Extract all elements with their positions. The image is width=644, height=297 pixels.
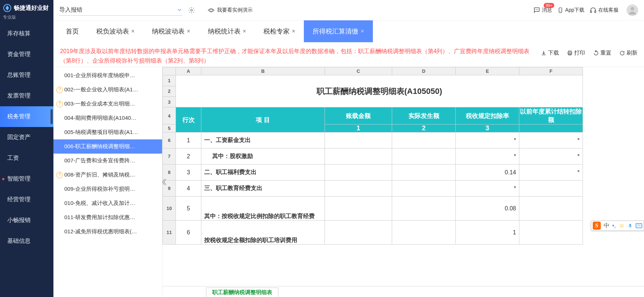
- cell[interactable]: [392, 221, 456, 245]
- cell[interactable]: 0.08: [456, 197, 519, 221]
- cell[interactable]: [392, 132, 456, 148]
- messages-button[interactable]: 消息 99+: [533, 7, 552, 14]
- col-header[interactable]: F: [519, 67, 583, 75]
- cell[interactable]: [325, 148, 392, 165]
- cell[interactable]: [392, 181, 456, 197]
- sidebar-item-10[interactable]: 基础信息: [0, 231, 53, 252]
- form-item-010[interactable]: 010-免税、减计收入及加计…: [53, 196, 162, 210]
- cell[interactable]: [325, 197, 392, 221]
- form-item-004[interactable]: 004-期间费用明细表(A1040…: [53, 111, 162, 125]
- tab-5[interactable]: 所得税汇算清缴×: [304, 20, 373, 42]
- avatar[interactable]: [627, 4, 638, 16]
- col-header[interactable]: E: [456, 67, 519, 75]
- cell[interactable]: *: [456, 181, 519, 197]
- download-button[interactable]: 下载: [541, 50, 559, 56]
- cell[interactable]: 按税收规定全额扣除的职工培训费用: [201, 221, 325, 245]
- ime-lang[interactable]: 中: [604, 222, 609, 230]
- cell[interactable]: 1: [176, 132, 201, 148]
- cell[interactable]: [519, 221, 583, 245]
- close-icon[interactable]: ×: [187, 28, 190, 35]
- form-item-012[interactable]: 012-减免所得税优惠明细表(…: [53, 225, 162, 239]
- ime-mic-icon[interactable]: [628, 222, 633, 229]
- ime-keyboard-icon[interactable]: [636, 223, 642, 228]
- form-item-011[interactable]: 011-研发费用加计扣除优惠…: [53, 210, 162, 225]
- ime-toolbar[interactable]: S 中 •, ☺: [591, 221, 644, 231]
- gear-icon[interactable]: [188, 7, 195, 14]
- row-header[interactable]: 1: [163, 75, 176, 86]
- import-field[interactable]: 导入报错: [59, 5, 183, 16]
- row-header[interactable]: 11: [163, 221, 176, 245]
- cell[interactable]: [392, 165, 456, 181]
- close-icon[interactable]: ×: [131, 28, 134, 35]
- cell[interactable]: 其中：股权激励: [201, 148, 325, 165]
- sidebar-item-8[interactable]: 经营管理: [0, 189, 53, 210]
- cell[interactable]: [519, 197, 583, 221]
- cell[interactable]: 5: [176, 197, 201, 221]
- sidebar-item-7[interactable]: 智能管理: [0, 169, 53, 189]
- cell[interactable]: *: [519, 165, 583, 181]
- cell[interactable]: [325, 221, 392, 245]
- row-header[interactable]: 3: [163, 96, 176, 107]
- sheet-table[interactable]: ABCDEF1职工薪酬纳税调整明细表(A105050)234行次项 目账载金额实…: [162, 67, 583, 245]
- sidebar-item-0[interactable]: 库存核算: [0, 23, 53, 44]
- cell[interactable]: 二、职工福利费支出: [201, 165, 325, 181]
- sidebar-item-3[interactable]: 发票管理: [0, 86, 53, 106]
- cell[interactable]: 三、职工教育经费支出: [201, 181, 325, 197]
- sidebar-item-1[interactable]: 资金管理: [0, 44, 53, 65]
- cell[interactable]: 其中：按税收规定比例扣除的职工教育经费: [201, 197, 325, 221]
- row-header[interactable]: 5: [163, 124, 176, 132]
- cell[interactable]: 0.14: [456, 165, 519, 181]
- tab-1[interactable]: 税负波动表×: [88, 20, 143, 42]
- sidebar-item-6[interactable]: 工资: [0, 148, 53, 169]
- tab-0[interactable]: 首页: [57, 20, 88, 42]
- cell[interactable]: 1: [456, 221, 519, 245]
- chevron-down-icon[interactable]: [176, 7, 183, 13]
- row-header[interactable]: 4: [163, 107, 176, 124]
- ime-punct-icon[interactable]: •,: [612, 222, 616, 229]
- col-header[interactable]: B: [201, 67, 325, 75]
- sidebar-item-2[interactable]: 总账管理: [0, 65, 53, 86]
- cell[interactable]: 一、工资薪金支出: [201, 132, 325, 148]
- form-item-002[interactable]: 002-一般企业收入明细表(A1…: [53, 83, 162, 97]
- collapse-icon[interactable]: [161, 178, 166, 186]
- sidebar-item-5[interactable]: 固定资产: [0, 127, 53, 148]
- cell[interactable]: 6: [176, 221, 201, 245]
- form-item-003[interactable]: 003-一般企业成本支出明细…: [53, 97, 162, 111]
- cell[interactable]: 4: [176, 181, 201, 197]
- cell[interactable]: [325, 181, 392, 197]
- row-header[interactable]: 2: [163, 86, 176, 96]
- cell[interactable]: *: [519, 132, 583, 148]
- cell[interactable]: *: [456, 132, 519, 148]
- sidebar-item-9[interactable]: 小畅报销: [0, 210, 53, 231]
- close-icon[interactable]: ×: [292, 28, 295, 35]
- form-item-005[interactable]: 005-纳税调整项目明细表(A1…: [53, 125, 162, 139]
- cell[interactable]: [325, 165, 392, 181]
- cell[interactable]: [392, 148, 456, 165]
- form-item-001[interactable]: 001-企业所得税年度纳税申…: [53, 68, 162, 83]
- ime-emoji-icon[interactable]: ☺: [619, 222, 625, 229]
- sidebar-item-4[interactable]: 税务管理: [0, 106, 53, 127]
- form-item-006[interactable]: 006-职工薪酬纳税调整明细…: [53, 139, 162, 154]
- tab-3[interactable]: 纳税统计表×: [199, 20, 255, 42]
- close-icon[interactable]: ×: [243, 28, 246, 35]
- demo-link[interactable]: 我要看实例演示: [208, 7, 253, 14]
- app-download-button[interactable]: App下载: [557, 7, 584, 14]
- reset-button[interactable]: 重置: [593, 50, 611, 56]
- sheet-tab[interactable]: 职工薪酬纳税调整明细表: [206, 288, 278, 297]
- row-header[interactable]: 6: [163, 132, 176, 148]
- cell[interactable]: [519, 181, 583, 197]
- cell[interactable]: 2: [176, 148, 201, 165]
- row-header[interactable]: 10: [163, 197, 176, 221]
- tab-2[interactable]: 纳税波动表×: [143, 20, 199, 42]
- support-button[interactable]: 在线客服: [589, 7, 619, 14]
- cell[interactable]: 3: [176, 165, 201, 181]
- tab-4[interactable]: 税检专家×: [255, 20, 304, 42]
- cell[interactable]: *: [456, 148, 519, 165]
- row-header[interactable]: 7: [163, 148, 176, 165]
- form-item-009[interactable]: 009-企业所得税弥补亏损明…: [53, 182, 162, 196]
- close-icon[interactable]: ×: [361, 28, 364, 35]
- form-item-007[interactable]: 007-广告费和业务宣传费跨…: [53, 154, 162, 168]
- cell[interactable]: [325, 132, 392, 148]
- form-item-008[interactable]: 008-资产折旧、摊销及纳税…: [53, 168, 162, 182]
- cell[interactable]: [392, 197, 456, 221]
